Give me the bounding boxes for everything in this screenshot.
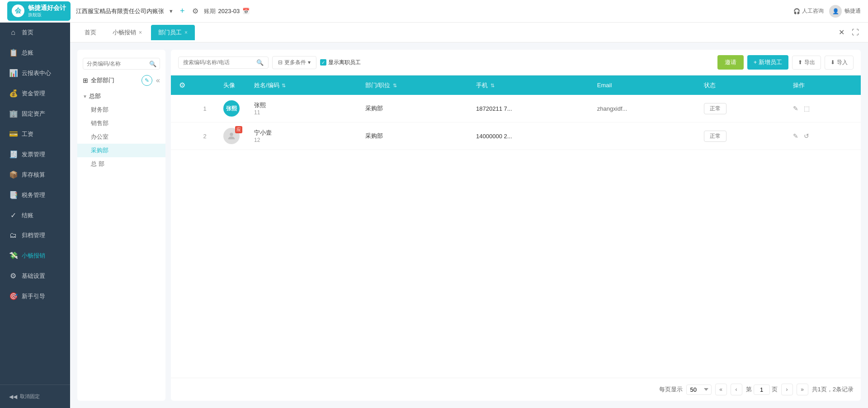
col-num [193,75,216,95]
sidebar-label-inventory: 库存核算 [22,171,45,179]
last-page-button[interactable]: » [797,384,808,395]
row2-index: 2 [193,122,216,150]
payroll-icon: 💳 [9,130,17,138]
row2-code: 12 [254,137,351,143]
sidebar-item-archive[interactable]: 🗂 归档管理 [0,225,70,245]
export-button[interactable]: ⬆ 导出 [792,56,821,70]
search-input[interactable] [183,59,254,66]
tabs-bar: 首页 小畅报销 × 部门员工 × ✕ ⛶ [70,23,868,42]
dept-node-sales[interactable]: 销售部 [77,117,165,130]
sidebar-item-guide[interactable]: 🎯 新手引导 [0,286,70,306]
pin-label: 取消固定 [20,393,40,400]
invite-button[interactable]: 邀请 [717,55,744,70]
sidebar-item-expense[interactable]: 💸 小畅报销 [0,245,70,266]
row1-edit-icon[interactable]: ✎ [793,105,798,112]
tab-dept-close[interactable]: × [184,29,188,36]
row2-dept: 采购部 [358,122,469,150]
sidebar-item-fixed-assets[interactable]: 🏢 固定资产 [0,103,70,124]
sidebar-label-settings: 基础设置 [22,272,45,280]
sidebar-item-home[interactable]: ⌂ 首页 [0,23,70,42]
next-page-button[interactable]: › [781,384,793,395]
sidebar-item-inventory[interactable]: 📦 库存核算 [0,164,70,185]
settings-icon[interactable]: ⚙ [192,7,198,15]
tab-expand-button[interactable]: ⛶ [850,27,861,38]
row1-dept: 采购部 [358,95,469,122]
tab-dept[interactable]: 部门员工 × [151,25,195,40]
filter-icon: ⊟ [278,59,283,66]
import-button[interactable]: ⬇ 导入 [825,56,854,70]
per-page-label: 每页显示 [659,385,683,394]
sidebar-item-settlement[interactable]: ✓ 结账 [0,205,70,225]
row1-delete-icon[interactable]: ⬚ [804,105,810,112]
tabs-right-actions: ✕ ⛶ [837,26,861,38]
search-icon[interactable]: 🔍 [256,59,264,66]
row1-num [171,95,193,122]
page-input[interactable] [754,385,770,395]
calendar-icon[interactable]: 📅 [242,8,250,14]
tab-home[interactable]: 首页 [77,25,104,40]
dept-grid-icon: ⊞ [83,77,88,84]
service-button[interactable]: 🎧 人工咨询 [793,7,824,15]
sidebar-item-reports[interactable]: 📊 云报表中心 [0,63,70,83]
export-icon: ⬆ [798,59,802,66]
tab-expense[interactable]: 小畅报销 × [105,25,149,40]
prev-page-button[interactable]: ‹ [731,384,742,395]
row2-edit-icon[interactable]: ✎ [793,132,798,140]
dept-collapse-button[interactable]: « [156,76,160,84]
row1-name: 张熙 [254,101,351,109]
sidebar-item-payroll[interactable]: 💳 工资 [0,124,70,144]
table-row: 2 应 宁小壹 [171,122,861,150]
user-area: 👤 畅捷通 [829,5,861,18]
dept-root-arrow: ▼ [83,94,87,99]
col-settings[interactable]: ⚙ [171,75,193,95]
dept-node-purchase[interactable]: 采购部 [77,144,165,157]
first-page-button[interactable]: « [715,384,727,395]
filter-button[interactable]: ⊟ 更多条件 ▾ [272,56,316,69]
dept-node-general[interactable]: 总 部 [77,157,165,171]
col-dept[interactable]: 部门/职位 ⇅ [358,75,469,95]
dept-label-finance: 财务部 [91,106,108,114]
sidebar-item-funds[interactable]: 💰 资金管理 [0,83,70,103]
dept-node-office[interactable]: 办公室 [77,130,165,144]
tab-dept-label: 部门员工 [158,28,182,37]
import-label: 导入 [837,59,848,66]
sidebar-item-general-ledger[interactable]: 📋 总账 [0,42,70,63]
dept-search-icon: 🔍 [149,61,156,67]
sidebar-label-invoice: 发票管理 [22,150,45,159]
dept-edit-button[interactable]: ✎ [142,75,152,86]
dept-node-finance[interactable]: 财务部 [77,103,165,117]
sidebar-item-tax[interactable]: 📑 税务管理 [0,185,70,205]
col-phone[interactable]: 手机 ⇅ [469,75,590,95]
sidebar-item-settings[interactable]: ⚙ 基础设置 [0,266,70,286]
tab-close-all-button[interactable]: ✕ [837,26,846,38]
row2-name: 宁小壹 [254,129,351,137]
col-name[interactable]: 姓名/编码 ⇅ [247,75,358,95]
sidebar-label-settlement: 结账 [22,211,33,220]
sidebar-bottom: ◀◀ 取消固定 [0,385,70,408]
reports-icon: 📊 [9,69,17,77]
dept-search-area: 🔍 [77,54,165,73]
per-page-dropdown[interactable]: 50 10 20 100 [686,385,712,395]
sidebar-label-archive: 归档管理 [22,231,45,239]
dept-search-input[interactable] [83,58,160,70]
export-label: 导出 [804,59,815,66]
row1-name-cell: 张熙 11 [247,95,358,122]
employee-table: ⚙ 头像 姓名/编码 ⇅ 部门/职位 ⇅ [171,75,861,378]
checkbox-icon: ✓ [320,59,326,66]
row1-action-icons: ✎ ⬚ [793,105,854,112]
settlement-icon: ✓ [9,211,17,220]
add-account-button[interactable]: + [178,6,187,16]
user-name: 畅捷通 [844,7,861,15]
page-size-select: 50 10 20 100 [686,385,712,395]
add-employee-button[interactable]: + 新增员工 [747,55,788,70]
show-resigned-checkbox[interactable]: ✓ 显示离职员工 [320,59,361,66]
period-value: 2023-03 [218,8,240,14]
row2-refresh-icon[interactable]: ↺ [804,132,809,140]
row1-avatar: 张熙 [216,95,247,122]
pin-sidebar-button[interactable]: ◀◀ 取消固定 [0,389,70,403]
company-name: 江西服宝精品有限责任公司内账张 [76,7,164,15]
page-label: 第 [746,385,752,394]
sidebar-item-invoice[interactable]: 🧾 发票管理 [0,144,70,164]
tab-expense-close[interactable]: × [139,29,142,36]
company-dropdown[interactable]: ▾ [170,8,173,14]
